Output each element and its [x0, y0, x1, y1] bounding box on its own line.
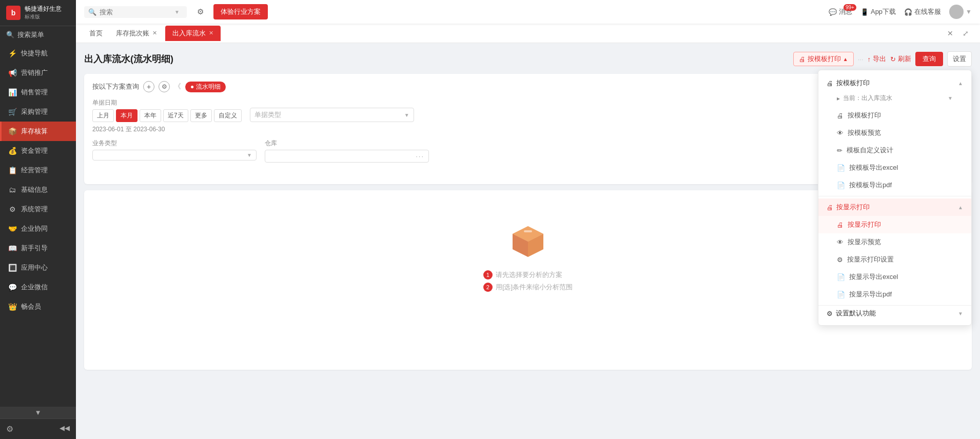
filter-date-field: 单据日期 上月 本月 本年 近7天 更多 自定义 2023-06-01 至 20…: [92, 98, 242, 134]
dropdown-template-excel-label: 按模板导出excel: [849, 163, 898, 172]
sidebar-item-enterprise[interactable]: 🤝 企业协同: [0, 219, 76, 238]
filter-warehouse-field: 仓库 ···: [265, 139, 429, 163]
dropdown-display-settings-label: 按显示打印设置: [847, 255, 894, 264]
window-maximize-btn[interactable]: ⤢: [959, 27, 972, 39]
online-service-btn[interactable]: 🎧 在线客服: [904, 7, 941, 16]
sales-icon: 📊: [8, 88, 17, 97]
tab-flow-close[interactable]: ✕: [209, 30, 213, 36]
dropdown-template-preview[interactable]: 👁 按模板预览: [818, 124, 971, 142]
date-btn-more[interactable]: 更多: [190, 109, 212, 122]
trial-btn[interactable]: 体验行业方案: [213, 4, 268, 19]
dropdown-template-print[interactable]: 🖨 按模板打印: [818, 107, 971, 124]
window-close-btn[interactable]: ✕: [944, 27, 956, 39]
sidebar-item-vip[interactable]: 👑 畅会员: [0, 297, 76, 316]
sidebar-item-label: 库存核算: [21, 127, 48, 136]
settings-btn[interactable]: 设置: [947, 51, 972, 67]
sidebar-item-label: 经营管理: [21, 166, 48, 175]
sidebar-item-guide[interactable]: 📖 新手引导: [0, 238, 76, 258]
tab-batch-account[interactable]: 库存批次账 ✕: [109, 26, 164, 41]
business-type-arrow: ▼: [247, 152, 252, 158]
dropdown-template-custom[interactable]: ✏ 模板自定义设计: [818, 142, 971, 159]
filter-business-type-field: 业务类型 ▼: [92, 139, 257, 161]
template-print-btn[interactable]: 🖨 按模板打印 ▲: [793, 52, 854, 66]
dropdown-display-print[interactable]: 🖨 按显示打印: [818, 216, 971, 233]
tab-flow-label: 出入库流水: [172, 29, 206, 38]
filter-doc-type-select[interactable]: 单据类型 ▼: [250, 108, 414, 122]
filter-setting-btn[interactable]: ⚙: [159, 81, 170, 92]
dropdown-display-arrow: ▲: [958, 205, 963, 210]
dropdown-arrow-up: ▲: [958, 81, 963, 86]
date-btn-this-month[interactable]: 本月: [116, 109, 138, 122]
date-btn-custom[interactable]: 自定义: [214, 109, 242, 122]
sidebar: b 畅捷通好生意 标准版 🔍 搜索菜单 ⚡ 快捷导航 📢 营销推广 📊 销售管理…: [0, 0, 76, 439]
message-icon: 💬: [829, 8, 837, 16]
sidebar-scroll-down[interactable]: ▼: [0, 407, 76, 418]
sidebar-settings-btn[interactable]: ⚙: [6, 424, 13, 434]
dropdown-footer[interactable]: ⚙ 设置默认功能 ▼: [818, 305, 971, 321]
filter-tag[interactable]: ● 流水明细: [185, 82, 226, 92]
display-print-icon-2: 🖨: [827, 204, 833, 211]
dropdown-template-pdf[interactable]: 📄 按模板导出pdf: [818, 176, 971, 194]
message-btn[interactable]: 💬 消息 99+: [829, 7, 852, 16]
dropdown-display-settings[interactable]: ⚙ 按显示打印设置: [818, 251, 971, 268]
topbar-gear-btn[interactable]: ⚙: [193, 5, 207, 19]
filter-add-btn[interactable]: +: [143, 81, 154, 92]
sidebar-item-inventory[interactable]: 📦 库存核算: [0, 122, 76, 141]
phone-icon: 📱: [860, 8, 869, 16]
refresh-label: 刷新: [898, 54, 911, 64]
filter-date-options: 上月 本月 本年 近7天 更多 自定义: [92, 109, 242, 122]
filter-warehouse-select[interactable]: ···: [265, 150, 429, 163]
topbar-search-input[interactable]: [100, 8, 171, 16]
tab-flow[interactable]: 出入库流水 ✕: [165, 26, 221, 41]
dropdown-display-excel[interactable]: 📄 按显示导出excel: [818, 268, 971, 286]
refresh-btn[interactable]: ↻ 刷新: [890, 54, 911, 64]
sidebar-item-sales[interactable]: 📊 销售管理: [0, 83, 76, 102]
sidebar-item-marketing[interactable]: 📢 营销推广: [0, 63, 76, 83]
avatar-img: [949, 5, 964, 19]
printer-icon: 🖨: [799, 55, 806, 63]
sidebar-item-system[interactable]: ⚙ 系统管理: [0, 199, 76, 219]
sidebar-item-app-center[interactable]: 🔳 应用中心: [0, 258, 76, 277]
date-btn-7days[interactable]: 近7天: [163, 109, 188, 122]
app-download-btn[interactable]: 📱 App下载: [860, 7, 896, 16]
sidebar-item-finance[interactable]: 💰 资金管理: [0, 141, 76, 161]
search-input-wrap[interactable]: 🔍 ▼: [84, 6, 187, 18]
query-btn[interactable]: 查询: [915, 52, 943, 66]
sidebar-item-basic[interactable]: 🗂 基础信息: [0, 180, 76, 199]
sidebar-search[interactable]: 🔍 搜索菜单: [0, 26, 76, 44]
sidebar-item-label: 系统管理: [21, 205, 48, 214]
sidebar-item-wechat[interactable]: 💬 企业微信: [0, 277, 76, 297]
sidebar-item-purchase[interactable]: 🛒 采购管理: [0, 102, 76, 122]
export-btn[interactable]: ↑ 导出: [868, 54, 887, 64]
warehouse-more-dots: ···: [416, 152, 424, 160]
dropdown-template-print-label: 按模板打印: [848, 111, 881, 120]
tab-batch-account-close[interactable]: ✕: [152, 30, 157, 36]
enterprise-icon: 🤝: [8, 224, 17, 233]
finance-icon: 💰: [8, 146, 17, 155]
sidebar-item-label: 畅会员: [21, 302, 41, 311]
dropdown-footer-label: 设置默认功能: [836, 309, 876, 318]
printer-icon-2: 🖨: [827, 79, 833, 87]
sidebar-collapse-btn[interactable]: ◀◀: [60, 424, 70, 434]
quick-nav-icon: ⚡: [8, 49, 17, 58]
dropdown-template-excel[interactable]: 📄 按模板导出excel: [818, 159, 971, 176]
dropdown-display-preview[interactable]: 👁 按显示预览: [818, 233, 971, 251]
date-btn-last-month[interactable]: 上月: [92, 109, 114, 122]
dropdown-template-title-text: 按模板打印: [836, 78, 870, 88]
template-print-arrow-up: ▲: [843, 56, 848, 62]
sidebar-item-operation[interactable]: 📋 经营管理: [0, 161, 76, 180]
user-avatar[interactable]: ▼: [949, 5, 972, 19]
dropdown-display-pdf[interactable]: 📄 按显示导出pdf: [818, 286, 971, 303]
topbar-dropdown-icon[interactable]: ▼: [174, 9, 180, 15]
date-btn-this-year[interactable]: 本年: [140, 109, 161, 122]
sidebar-item-quick-nav[interactable]: ⚡ 快捷导航: [0, 44, 76, 63]
current-label-icon: ▸: [837, 95, 840, 102]
dropdown-display-header: 🖨 按显示打印 ▲: [818, 198, 971, 216]
page-title: 出入库流水(流水明细): [84, 53, 173, 65]
filter-business-type-select[interactable]: ▼: [92, 150, 257, 161]
filter-collapse-left[interactable]: 《: [174, 82, 181, 91]
template-custom-icon: ✏: [837, 147, 842, 154]
tab-home[interactable]: 首页: [84, 26, 108, 41]
online-service-label: 在线客服: [914, 7, 941, 16]
filter-title: 按以下方案查询: [92, 82, 139, 91]
